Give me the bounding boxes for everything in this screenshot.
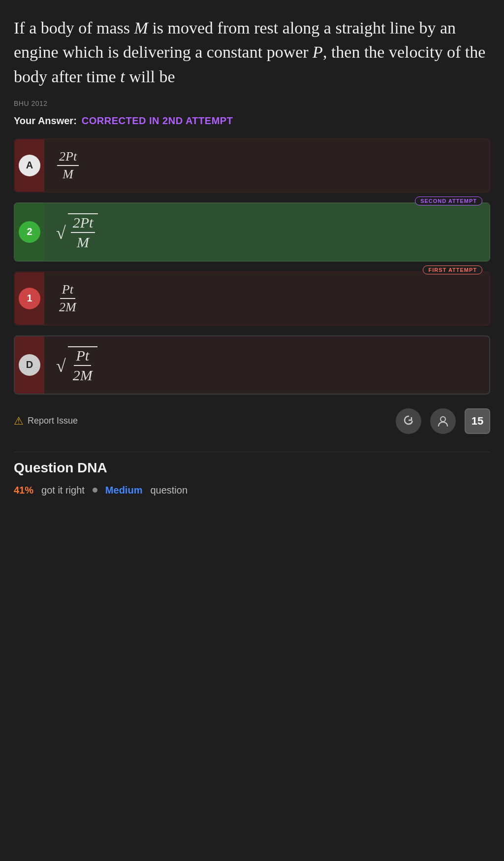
- option-wrapper-2: SECOND ATTEMPT 2 √ 2Pt M: [14, 202, 490, 262]
- answer-status: CORRECTED IN 2ND ATTEMPT: [82, 115, 233, 127]
- sqrt-d: √ Pt 2M: [56, 346, 97, 384]
- difficulty-label: Medium: [105, 485, 143, 496]
- option-label-a: A: [19, 155, 40, 176]
- option-card-a[interactable]: A 2Pt M: [14, 138, 490, 193]
- second-attempt-badge: SECOND ATTEMPT: [415, 197, 482, 205]
- option-bar-2: 2: [15, 203, 44, 261]
- report-issue-button[interactable]: ⚠ Report Issue: [14, 415, 78, 428]
- report-issue-label: Report Issue: [28, 416, 78, 426]
- difficulty-suffix: question: [150, 485, 188, 496]
- calendar-number: 15: [472, 415, 483, 428]
- question-text: If a body of mass M is moved from rest a…: [14, 16, 490, 89]
- question-dna-section: Question DNA 41% got it right Medium que…: [14, 460, 490, 496]
- section-divider: [14, 452, 490, 452]
- page-container: If a body of mass M is moved from rest a…: [0, 0, 504, 516]
- dna-stats: 41% got it right Medium question: [14, 485, 490, 496]
- option-wrapper-a: A 2Pt M: [14, 138, 490, 193]
- option-label-d: D: [19, 354, 40, 376]
- question-dna-title: Question DNA: [14, 460, 490, 476]
- option-card-1[interactable]: 1 Pt 2M: [14, 271, 490, 326]
- sqrt-2: √ 2Pt M: [56, 213, 98, 251]
- retry-icon[interactable]: [396, 408, 421, 434]
- bookmark-icon[interactable]: [430, 408, 456, 434]
- got-right-label: got it right: [41, 485, 85, 496]
- option-bar-a: A: [15, 139, 44, 192]
- option-content-1: Pt 2M: [44, 272, 489, 325]
- option-card-d[interactable]: D √ Pt 2M: [14, 335, 490, 395]
- option-wrapper-1: FIRST ATTEMPT 1 Pt 2M: [14, 271, 490, 326]
- action-icons: 15: [396, 408, 490, 434]
- calendar-box[interactable]: 15: [465, 408, 490, 434]
- fraction-d: Pt 2M: [71, 347, 94, 384]
- footer-actions: ⚠ Report Issue 15: [14, 408, 490, 434]
- option-label-1: 1: [19, 288, 40, 309]
- warning-icon: ⚠: [14, 415, 24, 428]
- source-tag: BHU 2012: [14, 99, 490, 107]
- option-card-2[interactable]: 2 √ 2Pt M: [14, 202, 490, 262]
- option-content-a: 2Pt M: [44, 139, 489, 192]
- option-wrapper-d: D √ Pt 2M: [14, 335, 490, 395]
- svg-point-0: [441, 417, 445, 422]
- your-answer-label: Your Answer:: [14, 115, 77, 127]
- option-bar-1: 1: [15, 272, 44, 325]
- first-attempt-badge: FIRST ATTEMPT: [423, 265, 482, 274]
- option-content-2: √ 2Pt M: [44, 203, 489, 261]
- option-bar-d: D: [15, 336, 44, 394]
- percent-right: 41%: [14, 485, 33, 496]
- dna-separator-dot: [93, 488, 97, 493]
- your-answer-row: Your Answer: CORRECTED IN 2ND ATTEMPT: [14, 115, 490, 127]
- option-content-d: √ Pt 2M: [44, 336, 489, 394]
- option-label-2: 2: [19, 221, 40, 243]
- fraction-1: Pt 2M: [57, 282, 78, 315]
- fraction-a: 2Pt M: [57, 149, 79, 182]
- fraction-2: 2Pt M: [71, 214, 95, 251]
